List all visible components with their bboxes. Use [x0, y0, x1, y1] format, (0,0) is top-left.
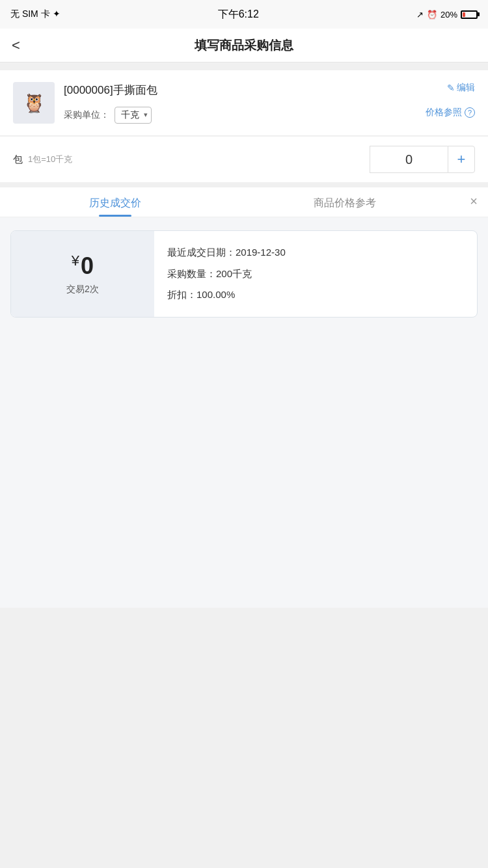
status-time: 下午6:12 — [218, 8, 259, 21]
alarm-icon: ⏰ — [427, 10, 437, 20]
sim-label: 无 SIM 卡 ✦ — [10, 8, 61, 20]
qty-value: 200千克 — [216, 268, 252, 279]
product-name: [0000006]手撕面包 — [64, 83, 157, 98]
date-value: 2019-12-30 — [236, 247, 286, 258]
price-ref-label: 价格参照 — [426, 107, 462, 118]
product-info: [0000006]手撕面包 采购单位： 千克 — [64, 83, 157, 124]
edit-icon: ✎ — [447, 83, 455, 93]
quantity-input-wrap: + — [370, 146, 475, 173]
discount-value: 100.00% — [197, 289, 235, 300]
history-details: 最近成交日期：2019-12-30 采购数量：200千克 折扣：100.00% — [154, 231, 477, 317]
product-unit-row: 采购单位： 千克 — [64, 107, 157, 124]
product-logo-icon: 🦉 — [23, 92, 46, 114]
quantity-unit-label: 包 — [13, 154, 23, 166]
unit-selector[interactable]: 千克 — [115, 107, 152, 124]
edit-button[interactable]: ✎ 编辑 — [447, 82, 475, 94]
tab-history-price[interactable]: 历史成交价 — [0, 187, 230, 217]
edit-label: 编辑 — [457, 82, 475, 94]
currency-symbol: ¥ — [72, 252, 79, 269]
help-icon: ? — [465, 107, 475, 118]
product-card: 🦉 [0000006]手撕面包 采购单位： 千克 ✎ 编辑 价格参照 ? — [0, 70, 488, 136]
price-value: 0 — [81, 252, 94, 279]
tab-close-button[interactable]: × — [459, 194, 488, 210]
date-label: 最近成交日期： — [167, 247, 236, 258]
battery-percent: 20% — [441, 10, 457, 20]
history-card: ¥0 交易2次 最近成交日期：2019-12-30 采购数量：200千克 折扣：… — [10, 230, 478, 318]
quantity-sub-label: 1包=10千克 — [28, 154, 370, 165]
discount-label: 折扣： — [167, 289, 197, 300]
tab-price-reference[interactable]: 商品价格参考 — [230, 187, 459, 217]
qty-label: 采购数量： — [167, 268, 216, 279]
product-thumbnail: 🦉 — [13, 82, 55, 124]
status-bar: 无 SIM 卡 ✦ 下午6:12 ↗ ⏰ 20% — [0, 0, 488, 29]
quantity-input[interactable] — [370, 146, 448, 173]
location-icon: ↗ — [416, 10, 424, 20]
status-right: ↗ ⏰ 20% — [416, 10, 478, 20]
history-price-display: ¥0 — [72, 252, 94, 280]
quantity-row: 包 1包=10千克 + — [0, 136, 488, 182]
price-reference-button[interactable]: 价格参照 ? — [426, 107, 475, 118]
unit-label: 采购单位： — [64, 109, 109, 121]
history-discount-row: 折扣：100.00% — [167, 288, 464, 303]
status-left: 无 SIM 卡 ✦ — [10, 8, 61, 20]
page-title: 填写商品采购信息 — [195, 37, 293, 54]
nav-bar: < 填写商品采购信息 — [0, 29, 488, 62]
quantity-plus-button[interactable]: + — [448, 146, 475, 173]
product-left: 🦉 [0000006]手撕面包 采购单位： 千克 — [13, 82, 157, 124]
product-header: 🦉 [0000006]手撕面包 采购单位： 千克 ✎ 编辑 价格参照 ? — [13, 82, 475, 124]
content-area: ¥0 交易2次 最近成交日期：2019-12-30 采购数量：200千克 折扣：… — [0, 217, 488, 608]
history-price-summary: ¥0 交易2次 — [11, 231, 154, 317]
unit-value: 千克 — [121, 109, 139, 121]
battery-icon — [461, 10, 478, 19]
tabs-bar: 历史成交价 商品价格参考 × — [0, 182, 488, 217]
history-qty-row: 采购数量：200千克 — [167, 267, 464, 282]
back-button[interactable]: < — [12, 37, 20, 54]
history-date-row: 最近成交日期：2019-12-30 — [167, 245, 464, 260]
trades-count: 交易2次 — [66, 284, 99, 295]
